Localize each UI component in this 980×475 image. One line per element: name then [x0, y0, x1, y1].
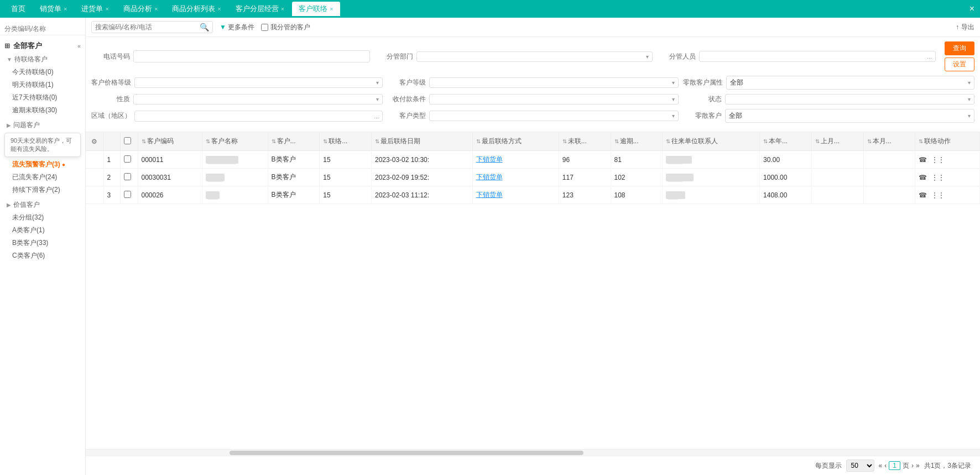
more-filter-button[interactable]: ▼ 更多条件	[217, 22, 257, 33]
sidebar-group-title-2[interactable]: ▶价值客户	[0, 199, 85, 211]
contact-method-link-2[interactable]: 下销货单	[476, 191, 503, 199]
action-phone-1[interactable]: ☎	[919, 174, 927, 181]
action-more-1[interactable]: ⋮⋮	[931, 174, 945, 181]
export-button[interactable]: ↑ 导出	[956, 23, 974, 32]
table-settings-col[interactable]: ⚙	[86, 132, 103, 151]
filter-select-3-1[interactable]: ▾	[429, 111, 679, 121]
row-checkbox-td-1[interactable]	[120, 169, 138, 186]
nav-close-icon-3[interactable]: ×	[154, 6, 158, 12]
sort-indicator-this_month[interactable]: ⇅	[867, 138, 872, 144]
row-checkbox-td-0[interactable]	[120, 151, 138, 169]
next-page-button[interactable]: ›	[911, 462, 914, 469]
my-customers-checkbox-area[interactable]: 我分管的客户	[261, 23, 310, 32]
nav-item-4[interactable]: 商品分析列表×	[165, 2, 227, 16]
col-header-checkbox[interactable]	[120, 132, 138, 151]
filter-select-2-1[interactable]: ▾	[429, 94, 679, 105]
sort-indicator-contacts[interactable]: ⇅	[323, 138, 327, 144]
sort-indicator-actions[interactable]: ⇅	[919, 138, 923, 144]
nav-item-1[interactable]: 销货单×	[33, 2, 74, 16]
settings-icon[interactable]: ⚙	[91, 138, 97, 145]
select-all-checkbox[interactable]	[124, 137, 131, 144]
sidebar-item-2-0[interactable]: 未分组(32)	[0, 211, 85, 224]
filter-select-1-0[interactable]: ▾	[134, 77, 383, 88]
filter-select-1-1[interactable]: ▾	[429, 77, 679, 88]
filter-input-0-0[interactable]	[133, 50, 370, 62]
sort-indicator-last_contact_method[interactable]: ⇅	[476, 138, 481, 144]
sidebar-item-0-1[interactable]: 明天待联络(1)	[0, 79, 85, 91]
filter-select-2-2[interactable]: ▾	[725, 94, 974, 105]
prev-page-button[interactable]: ‹	[884, 462, 887, 469]
my-customers-checkbox[interactable]	[261, 24, 268, 31]
filter-label-3-2: 零散客户	[683, 111, 722, 121]
nav-close-icon-6[interactable]: ×	[330, 6, 333, 12]
sidebar-item-2-2[interactable]: B类客户(33)	[0, 237, 85, 249]
nav-item-3[interactable]: 商品分析×	[117, 2, 164, 16]
row-last_contact_method-2[interactable]: 下销货单	[472, 186, 559, 204]
query-button[interactable]: 查询	[945, 41, 974, 55]
row-actions-2[interactable]: ☎ ⋮⋮	[915, 186, 980, 204]
settings-button[interactable]: 设置	[945, 58, 974, 71]
filter-select-2-0[interactable]: ▾	[133, 94, 383, 105]
toolbar-search-input[interactable]	[95, 23, 200, 31]
row-last_contact_method-1[interactable]: 下销货单	[472, 169, 559, 186]
sidebar-search-input[interactable]	[4, 25, 86, 33]
row-last_contact_method-0[interactable]: 下销货单	[472, 151, 559, 169]
sidebar-item-1-2[interactable]: 持续下滑客户(2)	[0, 184, 85, 196]
action-phone-0[interactable]: ☎	[919, 156, 927, 164]
nav-close-icon-2[interactable]: ×	[105, 6, 108, 12]
sidebar-group-title-1[interactable]: ▶问题客户	[0, 119, 85, 132]
nav-close-icon-4[interactable]: ×	[217, 6, 221, 12]
nav-item-5[interactable]: 客户分层经营×	[229, 2, 291, 16]
row-this_year-2: 1408.00	[760, 186, 812, 204]
col-header-last_contact_method: ⇅最后联络方式	[472, 132, 559, 151]
sidebar-item-1-0[interactable]: 流失预警客户(3) ●	[0, 158, 85, 171]
sort-indicator-last_month[interactable]: ⇅	[815, 138, 820, 144]
contact-method-link-1[interactable]: 下销货单	[476, 173, 503, 181]
sort-indicator-overdue[interactable]: ⇅	[614, 138, 619, 144]
row-checkbox-2[interactable]	[124, 191, 131, 198]
toolbar-search-button[interactable]: 🔍	[200, 23, 209, 32]
sort-indicator-this_year[interactable]: ⇅	[763, 138, 768, 144]
contact-method-link-0[interactable]: 下销货单	[476, 155, 503, 163]
sidebar-item-0-0[interactable]: 今天待联络(0)	[0, 66, 85, 79]
filter-select-1-2[interactable]: 全部▾	[726, 76, 974, 90]
sidebar-item-2-3[interactable]: C类客户(6)	[0, 249, 85, 262]
page-size-select[interactable]: 50 100 200	[846, 460, 874, 472]
sort-indicator-customer_name[interactable]: ⇅	[206, 138, 210, 144]
sort-indicator-no_contact_days[interactable]: ⇅	[562, 138, 567, 144]
sort-indicator-customer_code[interactable]: ⇅	[142, 138, 146, 144]
filter-select-3-2[interactable]: 全部▾	[725, 109, 974, 123]
nav-item-2[interactable]: 进货单×	[75, 2, 115, 16]
sort-indicator-unit_contacts[interactable]: ⇅	[666, 138, 670, 144]
sort-indicator-customer_type[interactable]: ⇅	[272, 138, 276, 144]
sidebar-item-0-2[interactable]: 近7天待联络(0)	[0, 91, 85, 104]
sidebar-group-title-0[interactable]: ▼待联络客户	[0, 53, 85, 66]
table-area[interactable]: ⚙⇅客户编码⇅客户名称⇅客户...⇅联络...⇅最后联络日期⇅最后联络方式⇅未联…	[86, 132, 980, 449]
filter-select-0-1[interactable]: ▾	[416, 51, 653, 62]
sidebar-item-0-3[interactable]: 逾期未联络(30)	[0, 104, 85, 117]
sidebar-item-1-1[interactable]: 已流失客户(24)	[0, 171, 85, 184]
row-checkbox-1[interactable]	[124, 173, 131, 180]
row-actions-1[interactable]: ☎ ⋮⋮	[915, 169, 980, 186]
first-page-button[interactable]: «	[879, 462, 883, 469]
action-more-0[interactable]: ⋮⋮	[931, 156, 945, 164]
horizontal-scrollbar[interactable]	[86, 449, 980, 456]
row-checkbox-0[interactable]	[124, 155, 131, 163]
action-more-2[interactable]: ⋮⋮	[931, 191, 945, 199]
filter-select-0-2[interactable]: ...	[699, 51, 936, 62]
row-overdue-2: 108	[611, 186, 663, 204]
sort-indicator-last_contact_date[interactable]: ⇅	[375, 138, 379, 144]
all-customers-header[interactable]: ⊞ 全部客户 «	[0, 39, 85, 53]
filter-select-3-0[interactable]: ...	[134, 111, 383, 122]
row-checkbox-td-2[interactable]	[120, 186, 138, 204]
scrollbar-thumb[interactable]	[230, 451, 583, 455]
action-phone-2[interactable]: ☎	[919, 191, 927, 199]
nav-close-icon-1[interactable]: ×	[64, 6, 67, 12]
nav-item-6[interactable]: 客户联络×	[292, 2, 340, 16]
nav-item-0[interactable]: 首页	[4, 2, 32, 16]
last-page-button[interactable]: »	[916, 462, 920, 469]
row-actions-0[interactable]: ☎ ⋮⋮	[915, 151, 980, 169]
app-close-button[interactable]: ×	[969, 4, 974, 14]
sidebar-item-2-1[interactable]: A类客户(1)	[0, 224, 85, 237]
nav-close-icon-5[interactable]: ×	[281, 6, 284, 12]
